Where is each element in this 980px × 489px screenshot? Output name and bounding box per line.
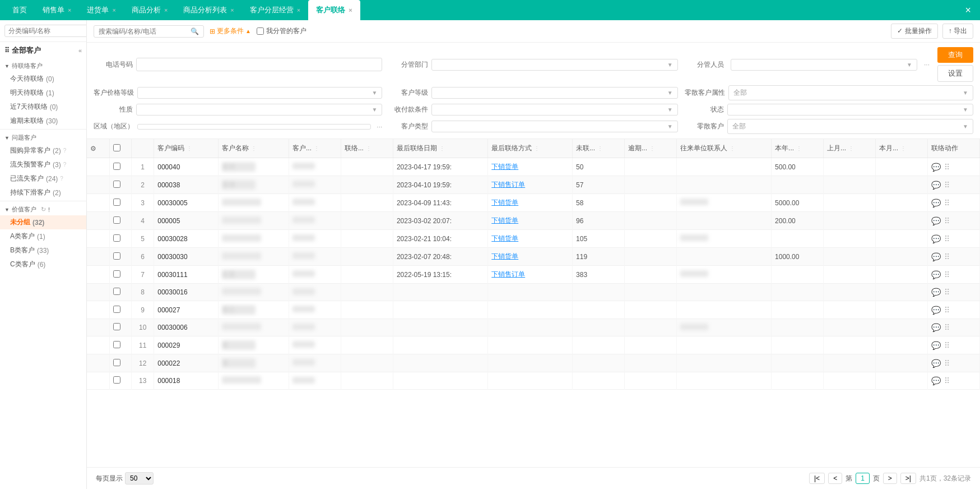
nav-sales[interactable]: 销售单 × [35, 0, 79, 20]
more-action-icon[interactable]: ⠿ [944, 359, 950, 368]
row-checkbox[interactable] [113, 234, 120, 242]
sidebar-item-tomorrow-pending[interactable]: 明天待联络 (1) [0, 86, 86, 100]
sidebar-all-customers[interactable]: ⠿ 全部客户 « [0, 42, 86, 59]
phone-action-icon[interactable]: 💬 [931, 216, 941, 225]
row-checkbox[interactable] [113, 359, 120, 366]
phone-action-icon[interactable]: 💬 [931, 376, 941, 385]
phone-action-icon[interactable]: 💬 [931, 270, 941, 279]
last-way-link[interactable]: 下销货单 [491, 199, 518, 206]
cell-checkbox[interactable] [109, 336, 132, 354]
more-action-icon[interactable]: ⠿ [944, 216, 950, 225]
nav-product-list-close[interactable]: × [230, 7, 234, 13]
more-action-icon[interactable]: ⠿ [944, 376, 950, 385]
sidebar-item-class-a[interactable]: A类客户 (1) [0, 229, 86, 243]
last-way-link[interactable]: 下销货单 [491, 163, 518, 170]
more-conditions-toggle[interactable]: ⊞ 更多条件 ▲ [210, 26, 251, 36]
select-all-checkbox[interactable] [113, 144, 120, 151]
nav-product-analysis-close[interactable]: × [164, 7, 168, 13]
nav-customer-tier-close[interactable]: × [297, 7, 300, 13]
phone-action-icon[interactable]: 💬 [931, 288, 941, 297]
last-way-link[interactable]: 下销货单 [491, 216, 518, 224]
cell-checkbox[interactable] [109, 354, 132, 372]
sidebar-item-churn-warning[interactable]: 流失预警客户 (3) ? [0, 158, 86, 172]
phone-action-icon[interactable]: 💬 [931, 359, 941, 368]
sidebar-item-churned[interactable]: 已流失客户 (24) ? [0, 172, 86, 186]
first-page-button[interactable]: |< [809, 473, 825, 484]
my-customers-checkbox[interactable] [257, 27, 264, 35]
row-checkbox[interactable] [113, 306, 120, 313]
nav-customer-tier[interactable]: 客户分层经营 × [242, 0, 308, 20]
table-container[interactable]: ⚙ 客户编码 ⋮ [87, 139, 980, 467]
cell-checkbox[interactable] [109, 212, 132, 230]
phone-action-icon[interactable]: 💬 [931, 163, 941, 172]
filter-select-customer-type[interactable]: ▼ [431, 121, 677, 132]
cell-checkbox[interactable] [109, 301, 132, 319]
phone-action-icon[interactable]: 💬 [931, 341, 941, 350]
cell-checkbox[interactable] [109, 194, 132, 212]
filter-select-person[interactable]: ▼ [731, 59, 917, 71]
last-page-button[interactable]: >| [900, 473, 916, 484]
refresh-icon[interactable]: ↻ [41, 206, 46, 213]
phone-action-icon[interactable]: 💬 [931, 252, 941, 261]
filter-select-status[interactable]: ▼ [727, 104, 973, 116]
more-action-icon[interactable]: ⠿ [944, 323, 950, 332]
sidebar-item-7days-pending[interactable]: 近7天待联络 (0) [0, 100, 86, 114]
nav-customer-contact[interactable]: 客户联络 × [308, 0, 360, 20]
more-action-icon[interactable]: ⠿ [944, 181, 950, 190]
cell-checkbox[interactable] [109, 248, 132, 266]
phone-action-icon[interactable]: 💬 [931, 181, 941, 190]
prev-page-button[interactable]: < [828, 473, 842, 484]
row-checkbox[interactable] [113, 341, 120, 348]
export-button[interactable]: ↑ 导出 [942, 24, 973, 39]
search-input[interactable] [99, 27, 188, 35]
filter-input-phone[interactable] [136, 58, 382, 71]
phone-action-icon[interactable]: 💬 [931, 199, 941, 207]
sidebar-item-abnormal[interactable]: 囤购异常客户 (2) ? [0, 144, 86, 158]
settings-icon[interactable]: ⚙ [90, 145, 96, 153]
sidebar-item-today-pending[interactable]: 今天待联络 (0) [0, 72, 86, 86]
sidebar-item-class-b[interactable]: B类客户 (33) [0, 243, 86, 257]
nav-sales-close[interactable]: × [68, 7, 71, 13]
row-checkbox[interactable] [113, 216, 120, 224]
cell-checkbox[interactable] [109, 158, 132, 176]
cell-checkbox[interactable] [109, 266, 132, 284]
more-action-icon[interactable]: ⠿ [944, 288, 950, 297]
row-checkbox[interactable] [113, 252, 120, 260]
last-way-link[interactable]: 下销货单 [491, 252, 518, 260]
more-action-icon[interactable]: ⠿ [944, 199, 950, 207]
phone-action-icon[interactable]: 💬 [931, 323, 941, 332]
sidebar-item-class-c[interactable]: C类客户 (6) [0, 257, 86, 271]
filter-select-dept[interactable]: ▼ [431, 59, 677, 71]
per-page-select[interactable]: 50 100 [125, 472, 154, 485]
filter-select-retail-attr[interactable]: 全部 ▼ [728, 85, 973, 100]
row-checkbox[interactable] [113, 288, 120, 295]
last-way-link[interactable]: 下销售订单 [491, 181, 525, 188]
next-page-button[interactable]: > [883, 473, 897, 484]
cell-checkbox[interactable] [109, 176, 132, 194]
filter-select-price-grade[interactable]: ▼ [137, 87, 382, 99]
cell-checkbox[interactable] [109, 319, 132, 336]
filter-select-nature[interactable]: ▼ [136, 104, 382, 116]
nav-product-analysis[interactable]: 商品分析 × [124, 0, 175, 20]
row-checkbox[interactable] [113, 270, 120, 278]
more-action-icon[interactable]: ⠿ [944, 341, 950, 350]
phone-action-icon[interactable]: 💬 [931, 234, 941, 243]
filter-select-payment[interactable]: ▼ [431, 104, 677, 116]
col-checkbox[interactable] [109, 139, 132, 158]
cell-checkbox[interactable] [109, 372, 132, 390]
row-checkbox[interactable] [113, 199, 120, 206]
sidebar-item-unclassified[interactable]: 未分组 (32) [0, 215, 86, 229]
last-way-link[interactable]: 下销货单 [491, 234, 518, 242]
more-action-icon[interactable]: ⠿ [944, 252, 950, 261]
batch-operation-button[interactable]: ✓ 批量操作 [891, 24, 937, 39]
phone-action-icon[interactable]: 💬 [931, 306, 941, 315]
row-checkbox[interactable] [113, 181, 120, 188]
window-close-icon[interactable]: × [960, 4, 976, 16]
col-setting[interactable]: ⚙ [87, 139, 109, 158]
sidebar-search-input[interactable] [4, 25, 87, 37]
region-ellipsis-icon[interactable]: ··· [377, 123, 382, 131]
more-action-icon[interactable]: ⠿ [944, 163, 950, 172]
row-checkbox[interactable] [113, 376, 120, 384]
row-checkbox[interactable] [113, 163, 120, 170]
more-action-icon[interactable]: ⠿ [944, 234, 950, 243]
